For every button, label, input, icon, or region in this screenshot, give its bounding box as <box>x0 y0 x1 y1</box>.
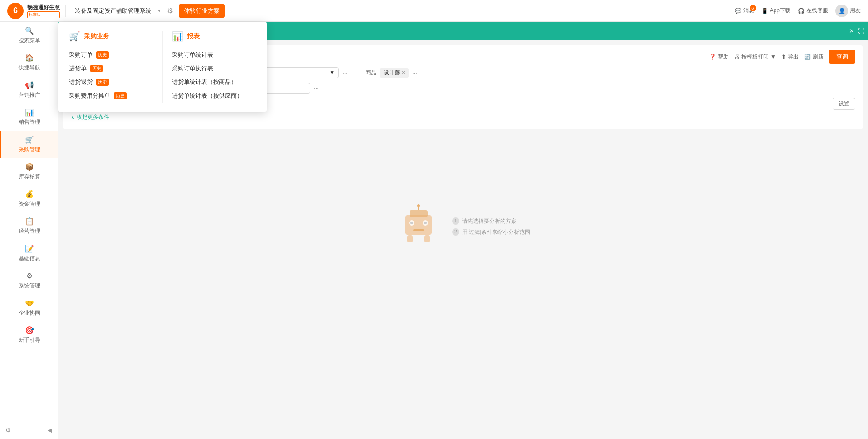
print-dropdown-arrow: ▼ <box>770 54 776 60</box>
sidebar-item-operations[interactable]: 📋 经营管理 <box>0 212 58 240</box>
menu-item-receipt-summary-supplier[interactable]: 进货单统计表（按供应商） <box>172 89 256 103</box>
info-icon: 📝 <box>25 244 34 253</box>
set-btn[interactable]: 设置 <box>833 98 855 110</box>
sidebar-item-collab[interactable]: 🤝 企业协同 <box>0 294 58 321</box>
export-icon: ⬆ <box>781 54 786 60</box>
menu-item-purchase-order[interactable]: 采购订单 历史 <box>69 48 153 62</box>
export-btn[interactable]: ⬆ 导出 <box>781 53 799 61</box>
reports-menu-icon: 📊 <box>172 31 183 42</box>
system-dropdown-arrow[interactable]: ▼ <box>157 8 161 13</box>
industry-btn[interactable]: 体验行业方案 <box>179 4 225 18</box>
menu-item-order-summary[interactable]: 采购订单统计表 <box>172 48 256 62</box>
salesman-dots[interactable]: ··· <box>314 84 319 91</box>
refresh-icon: 🔄 <box>804 54 811 60</box>
goods-dots[interactable]: ··· <box>412 69 417 76</box>
sidebar-item-nav-label: 快捷导航 <box>19 64 40 72</box>
order-status-select[interactable]: ▼ <box>257 67 339 78</box>
app-download-btn[interactable]: 📱 App下载 <box>761 7 790 15</box>
receipt-summary-supplier-label: 进货单统计表（按供应商） <box>172 92 243 100</box>
sidebar-item-nav[interactable]: 🏠 快捷导航 <box>0 49 58 76</box>
user-name: 用友 <box>850 7 861 15</box>
help-btn[interactable]: ❓ 帮助 <box>709 53 729 61</box>
sidebar-item-purchase[interactable]: 🛒 采购管理 <box>0 131 58 158</box>
sidebar-item-sales[interactable]: 📊 销售管理 <box>0 104 58 131</box>
purchase-order-label: 采购订单 <box>69 51 93 59</box>
refresh-btn[interactable]: 🔄 刷新 <box>804 53 824 61</box>
receipt-summary-goods-label: 进货单统计表（按商品） <box>172 78 237 86</box>
handshake-icon: 🤝 <box>25 299 34 307</box>
menu-item-order-execution[interactable]: 采购订单执行表 <box>172 62 256 75</box>
money-icon: 💰 <box>25 190 34 198</box>
goods-tag-close[interactable]: × <box>402 69 405 76</box>
sidebar-item-collab-label: 企业协同 <box>19 309 40 317</box>
empty-robot-icon <box>396 201 441 247</box>
app-name: 畅捷通好生意 <box>27 4 60 11</box>
purchase-business-title: 🛒 采购业务 <box>69 31 153 42</box>
goods-label: 商品 <box>366 69 376 77</box>
tab-expand-icon[interactable]: ⛶ <box>858 27 864 35</box>
purchase-receipt-label: 进货单 <box>69 64 87 73</box>
help-icon: ❓ <box>709 54 716 60</box>
query-btn[interactable]: 查询 <box>829 50 855 64</box>
divider <box>65 5 66 17</box>
print-btn[interactable]: 🖨 按模板打印 ▼ <box>734 53 776 61</box>
sidebar-bottom: ⚙ ◀ <box>0 421 58 439</box>
online-service-label: 在线客服 <box>806 7 828 15</box>
purchase-return-badge: 历史 <box>96 79 109 86</box>
box-icon: 📦 <box>25 163 34 171</box>
svg-rect-0 <box>405 215 432 235</box>
sidebar-collapse-icon[interactable]: ◀ <box>48 427 52 434</box>
sidebar-item-finance[interactable]: 💰 资金管理 <box>0 185 58 212</box>
fold-btn[interactable]: ∧ 收起更多条件 <box>71 113 855 121</box>
sidebar-item-operations-label: 经营管理 <box>19 227 40 235</box>
order-execution-label: 采购订单执行表 <box>172 64 213 73</box>
empty-content: 1 请先选择要分析的方案 2 用[过滤]条件来缩小分析范围 <box>396 201 531 247</box>
menu-item-purchase-receipt[interactable]: 进货单 历史 <box>69 62 153 75</box>
settings-icon[interactable]: ⚙ <box>167 6 173 15</box>
search-icon: 🔍 <box>25 26 34 35</box>
sidebar-item-search-label: 搜索菜单 <box>19 37 40 44</box>
svg-point-10 <box>417 204 420 207</box>
empty-state: 1 请先选择要分析的方案 2 用[过滤]条件来缩小分析范围 <box>63 133 863 315</box>
message-icon: 💬 <box>735 8 741 14</box>
menu-item-purchase-return[interactable]: 进货退货 历史 <box>69 75 153 89</box>
headset-icon: 🎧 <box>798 8 805 14</box>
menu-item-receipt-summary-goods[interactable]: 进货单统计表（按商品） <box>172 75 256 89</box>
svg-point-5 <box>424 222 427 224</box>
sidebar-item-marketing[interactable]: 📢 营销推广 <box>0 76 58 104</box>
edition-badge: 标准版 <box>27 11 60 18</box>
print-icon: 🖨 <box>734 54 740 60</box>
guide-icon: 🎯 <box>25 326 34 335</box>
sidebar-item-basic-label: 基础信息 <box>19 255 40 262</box>
reports-label: 报表 <box>187 32 200 40</box>
sidebar-item-system[interactable]: ⚙ 系统管理 <box>0 267 58 294</box>
svg-rect-1 <box>410 210 428 217</box>
notification-btn[interactable]: 💬 6 消息 <box>735 7 754 15</box>
sidebar-item-purchase-label: 采购管理 <box>19 146 40 153</box>
sidebar-item-finance-label: 资金管理 <box>19 200 40 208</box>
sidebar-item-inventory[interactable]: 📦 库存核算 <box>0 158 58 185</box>
sidebar-item-guide[interactable]: 🎯 新手引导 <box>0 321 58 349</box>
sidebar-settings-icon[interactable]: ⚙ <box>5 427 11 434</box>
user-avatar: 👤 <box>835 5 848 17</box>
purchase-menu-icon: 🛒 <box>69 31 80 42</box>
chevron-up-icon: ∧ <box>71 114 75 121</box>
svg-rect-8 <box>424 235 430 242</box>
sidebar-item-inventory-label: 库存核算 <box>19 173 40 181</box>
svg-rect-6 <box>413 229 424 231</box>
svg-rect-7 <box>407 235 413 242</box>
sidebar-item-search[interactable]: 🔍 搜索菜单 <box>0 22 58 49</box>
phone-icon: 📱 <box>761 8 768 14</box>
tab-close-all-icon[interactable]: ✕ <box>849 27 854 35</box>
empty-hints: 1 请先选择要分析的方案 2 用[过滤]条件来缩小分析范围 <box>452 216 531 237</box>
sidebar-item-basic[interactable]: 📝 基础信息 <box>0 240 58 267</box>
menu-item-purchase-expense[interactable]: 采购费用分摊单 历史 <box>69 89 153 103</box>
user-profile-btn[interactable]: 👤 用友 <box>835 5 861 17</box>
order-status-dots[interactable]: ··· <box>342 69 347 76</box>
purchase-expense-label: 采购费用分摊单 <box>69 92 110 100</box>
top-bar-right: 💬 6 消息 📱 App下载 🎧 在线客服 👤 用友 <box>735 5 861 17</box>
online-service-btn[interactable]: 🎧 在线客服 <box>798 7 828 15</box>
reports-col: 📊 报表 采购订单统计表 采购订单执行表 进货单统计表（按商品） 进货单统计表（… <box>172 31 256 103</box>
logo-text-area: 畅捷通好生意 标准版 <box>27 4 60 18</box>
top-bar: 6 畅捷通好生意 标准版 装备及固定资产辅助管理系统 ▼ ⚙ 体验行业方案 💬 … <box>0 0 868 22</box>
